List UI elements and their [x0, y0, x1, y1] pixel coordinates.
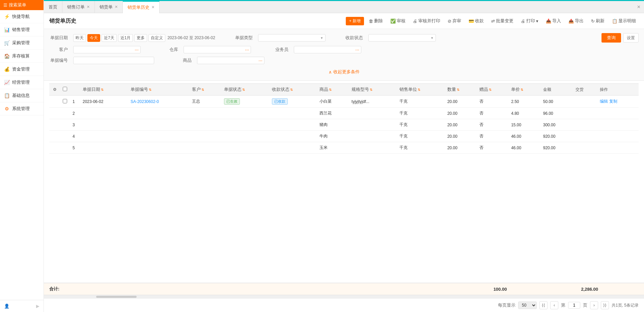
gear-th[interactable]: ⚙ [49, 84, 60, 96]
salesperson-input[interactable] [294, 46, 361, 53]
collapse-icon[interactable]: ▶ [36, 304, 39, 309]
review-print-button[interactable]: 🖨 审核并打印 [410, 17, 443, 25]
show-detail-button[interactable]: 📋 显示明细 [609, 17, 639, 25]
goods-ellipsis-icon[interactable]: ··· [258, 58, 262, 63]
collect-button[interactable]: 💳 收款 [466, 17, 486, 25]
collection-status-cell [269, 131, 317, 142]
salesperson-ellipsis-icon[interactable]: ··· [355, 47, 359, 52]
sidebar-item-basic-info[interactable]: 📋 基础信息 [0, 89, 44, 102]
goods-cell: 玉米 [317, 142, 349, 154]
collection-status-th[interactable]: 收款状态⇅ [269, 84, 317, 96]
date-range: 2023-06-02 至 2023-06-02 [167, 35, 215, 41]
sidebar-item-purchase-mgmt[interactable]: 🛒 采购管理 [0, 36, 44, 50]
sidebar-item-label: 快捷导航 [12, 14, 30, 20]
amount-cell: 300.00 [540, 119, 573, 131]
sales-icon: 📊 [4, 27, 9, 32]
tab-home-label: 首页 [49, 4, 57, 10]
price-th[interactable]: 单价⇅ [508, 84, 540, 96]
export-button[interactable]: 📤 导出 [566, 17, 586, 25]
goods-cell: 猪肉 [317, 119, 349, 131]
gift-th[interactable]: 赠品⇅ [477, 84, 509, 96]
per-page-select[interactable]: 50 100 200 [518, 302, 537, 309]
customer-input[interactable] [73, 46, 141, 53]
tab-sales-history[interactable]: 销货单历史 ✕ [123, 1, 160, 13]
number-cell: SA-20230602-0 [128, 96, 189, 108]
sidebar-item-system[interactable]: ⚙ 系统管理 [0, 102, 44, 115]
sidebar-item-finance[interactable]: 💰 资金管理 [0, 63, 44, 76]
customer-th[interactable]: 客户⇅ [189, 84, 221, 96]
tab-sales-invoice[interactable]: 销货单 ✕ [95, 1, 123, 13]
week-btn[interactable]: 近7天 [102, 34, 117, 42]
more-btn[interactable]: 更多 [134, 34, 147, 42]
goods-input[interactable] [197, 57, 264, 64]
doc-number-link[interactable]: SA-20230602-0 [131, 99, 159, 104]
collapse-button[interactable]: ∧ 收起更多条件 [49, 68, 639, 76]
horizontal-scrollbar[interactable] [44, 295, 644, 298]
inventory-icon: 🏠 [4, 53, 9, 59]
page-number-input[interactable] [568, 302, 580, 309]
today-btn[interactable]: 今天 [87, 34, 100, 42]
unit-th[interactable]: 销售单位⇅ [397, 84, 445, 96]
collect-icon: 💳 [469, 19, 474, 24]
warehouse-ellipsis-icon[interactable]: ··· [245, 47, 249, 52]
tab-sales-history-close[interactable]: ✕ [151, 5, 155, 9]
sidebar-item-label: 基础信息 [12, 93, 30, 99]
select-all-checkbox[interactable] [63, 87, 67, 91]
month-btn[interactable]: 近1月 [118, 34, 133, 42]
first-page-btn[interactable]: ⟨⟨ [539, 301, 548, 309]
import-button[interactable]: 📥 导入 [543, 17, 564, 25]
customer-ellipsis-icon[interactable]: ··· [135, 47, 139, 52]
sidebar-item-sales-mgmt[interactable]: 📊 销售管理 [0, 23, 44, 36]
next-page-btn[interactable]: › [590, 301, 598, 309]
close-all-tabs-btn[interactable]: ✕ [634, 4, 644, 9]
review-button[interactable]: ✅ 审核 [388, 17, 408, 25]
goods-label: 商品 [173, 57, 192, 63]
review-print-label: 审核并打印 [418, 18, 440, 24]
amount-cell: 50.00 [540, 96, 573, 108]
tab-sales-invoice-close[interactable]: ✕ [115, 5, 118, 9]
tab-home[interactable]: 首页 [44, 1, 62, 13]
batch-change-button[interactable]: ⇄ 批量变更 [488, 17, 516, 25]
quantity-cell: 20.00 [445, 108, 477, 119]
tab-sales-order-close[interactable]: ✕ [87, 5, 90, 9]
delete-button[interactable]: 🗑 删除 [366, 17, 386, 25]
tab-sales-order[interactable]: 销售订单 ✕ [62, 1, 95, 13]
row-checkbox[interactable] [63, 99, 67, 103]
setting-button[interactable]: 设置 [623, 33, 639, 43]
search-menu-btn[interactable]: ☰ 搜索菜单 [0, 0, 44, 10]
add-button[interactable]: + 新增 [346, 17, 364, 25]
print-button[interactable]: 🖨 打印 ▾ [518, 17, 541, 25]
gear-cell [49, 119, 60, 131]
checkbox-th [60, 84, 70, 96]
spec-th[interactable]: 规格型号⇅ [349, 84, 397, 96]
doc-status-th[interactable]: 单据状态⇅ [221, 84, 269, 96]
last-page-btn[interactable]: ⟩⟩ [601, 301, 609, 309]
transaction-cell [573, 142, 597, 154]
op-link[interactable]: 编辑 [600, 99, 608, 104]
yesterday-btn[interactable]: 昨天 [73, 34, 86, 42]
collection-status-select[interactable] [368, 34, 436, 42]
refresh-button[interactable]: ↻ 刷新 [588, 17, 607, 25]
abandon-button[interactable]: ⊘ 弃审 [445, 17, 464, 25]
number-th[interactable]: 单据编号⇅ [128, 84, 189, 96]
collection-status-cell [269, 142, 317, 154]
finance-icon: 💰 [4, 67, 9, 72]
custom-btn[interactable]: 自定义 [148, 34, 165, 42]
sidebar-item-inventory[interactable]: 🏠 库存核算 [0, 50, 44, 63]
sidebar-item-quick-nav[interactable]: ⚡ 快捷导航 [0, 10, 44, 23]
quantity-th[interactable]: 数量⇅ [445, 84, 477, 96]
doc-type-select[interactable] [258, 34, 326, 42]
amount-th: 金额 [540, 84, 573, 96]
query-button[interactable]: 查询 [601, 33, 621, 43]
pagination-bar: 每页显示 50 100 200 ⟨⟨ ‹ 第 页 › ⟩⟩ 共1页, 5条记录 [44, 298, 644, 312]
op-link[interactable]: 复制 [609, 99, 617, 104]
sidebar-item-operations[interactable]: 📈 经营管理 [0, 76, 44, 89]
spec-cell [349, 108, 397, 119]
prev-page-btn[interactable]: ‹ [550, 301, 558, 309]
goods-th[interactable]: 商品⇅ [317, 84, 349, 96]
date-th[interactable]: 单据日期⇅ [80, 84, 128, 96]
warehouse-input[interactable] [184, 46, 251, 53]
scrollbar-thumb[interactable] [96, 296, 137, 298]
amount-cell: 920.00 [540, 142, 573, 154]
doc-number-input[interactable] [73, 57, 154, 64]
